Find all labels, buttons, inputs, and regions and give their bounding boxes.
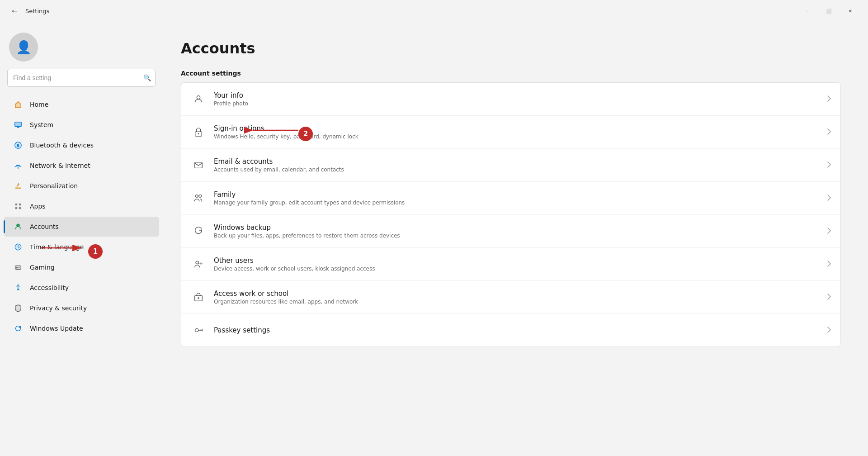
svg-rect-5 xyxy=(15,188,21,189)
window-controls: ─ ⬜ ✕ xyxy=(797,4,861,18)
back-button[interactable]: ← xyxy=(7,4,22,18)
nav-list: HomeSystemBBluetooth & devicesNetwork & … xyxy=(0,94,163,339)
svg-point-24 xyxy=(196,261,198,264)
family-desc: Manage your family group, edit account t… xyxy=(214,200,827,206)
settings-item-other-users[interactable]: Other usersDevice access, work or school… xyxy=(181,248,840,281)
avatar[interactable]: 👤 xyxy=(9,33,38,62)
access-work-school-chevron xyxy=(827,293,831,302)
sidebar-item-accounts[interactable]: Accounts xyxy=(4,217,159,237)
personalization-icon xyxy=(13,180,24,191)
settings-card: Your infoProfile photoSign-in optionsWin… xyxy=(181,82,841,347)
bluetooth-icon: B xyxy=(13,140,24,151)
svg-rect-21 xyxy=(195,162,203,168)
back-icon: ← xyxy=(12,7,17,14)
sidebar-item-accessibility[interactable]: Accessibility xyxy=(4,278,159,298)
svg-text:B: B xyxy=(17,143,19,148)
settings-item-passkey-settings[interactable]: Passkey settings xyxy=(181,314,840,347)
sign-in-options-title: Sign-in options xyxy=(214,124,827,133)
sidebar-item-label-personalization: Personalization xyxy=(30,182,78,190)
svg-rect-0 xyxy=(15,122,21,127)
email-accounts-icon xyxy=(190,157,207,173)
main-layout: 👤 🔍 HomeSystemBBluetooth & devicesNetwor… xyxy=(0,22,868,456)
page-title: Accounts xyxy=(181,40,841,57)
apps-icon xyxy=(13,201,24,212)
sidebar-item-label-accounts: Accounts xyxy=(30,223,59,230)
svg-point-18 xyxy=(197,96,200,99)
time-icon xyxy=(13,242,24,252)
svg-point-17 xyxy=(17,285,19,286)
sidebar-item-privacy[interactable]: Privacy & security xyxy=(4,298,159,318)
sidebar-item-system[interactable]: System xyxy=(4,115,159,135)
sidebar-item-label-time: Time & language xyxy=(30,243,84,251)
gaming-icon xyxy=(13,262,24,273)
access-work-school-desc: Organization resources like email, apps,… xyxy=(214,299,827,305)
svg-point-15 xyxy=(19,267,20,268)
windows-backup-title: Windows backup xyxy=(214,223,827,232)
sidebar-item-label-gaming: Gaming xyxy=(30,264,55,271)
sidebar-item-label-accessibility: Accessibility xyxy=(30,284,69,291)
passkey-settings-icon xyxy=(190,322,207,338)
sidebar-item-label-privacy: Privacy & security xyxy=(30,304,87,312)
settings-item-sign-in-options[interactable]: Sign-in optionsWindows Hello, security k… xyxy=(181,116,840,149)
svg-rect-7 xyxy=(19,204,21,206)
email-accounts-title: Email & accounts xyxy=(214,157,827,166)
minimize-button[interactable]: ─ xyxy=(797,4,817,18)
titlebar: ← Settings ─ ⬜ ✕ xyxy=(0,0,868,22)
access-work-school-title: Access work or school xyxy=(214,290,827,298)
other-users-title: Other users xyxy=(214,256,827,265)
sidebar-item-label-network: Network & internet xyxy=(30,162,90,169)
sidebar-item-label-update: Windows Update xyxy=(30,325,83,332)
system-icon xyxy=(13,119,24,130)
network-icon xyxy=(13,160,24,171)
accessibility-icon xyxy=(13,282,24,293)
access-work-school-icon xyxy=(190,289,207,305)
sidebar-item-bluetooth[interactable]: BBluetooth & devices xyxy=(4,135,159,155)
sidebar-item-home[interactable]: Home xyxy=(4,95,159,114)
sign-in-options-desc: Windows Hello, security key, password, d… xyxy=(214,133,827,140)
sidebar-item-apps[interactable]: Apps xyxy=(4,196,159,216)
update-icon xyxy=(13,323,24,334)
other-users-desc: Device access, work or school users, kio… xyxy=(214,266,827,272)
section-title: Account settings xyxy=(181,70,841,77)
sidebar-item-gaming[interactable]: Gaming xyxy=(4,257,159,277)
svg-rect-1 xyxy=(17,127,19,128)
user-avatar-section: 👤 xyxy=(0,22,163,69)
sidebar-item-update[interactable]: Windows Update xyxy=(4,318,159,338)
sidebar-item-label-bluetooth: Bluetooth & devices xyxy=(30,142,94,149)
search-icon: 🔍 xyxy=(143,74,151,81)
svg-point-20 xyxy=(198,133,199,134)
svg-point-4 xyxy=(18,167,19,169)
search-input[interactable] xyxy=(7,69,156,87)
maximize-button[interactable]: ⬜ xyxy=(818,4,839,18)
main-content: Accounts Account settings Your infoProfi… xyxy=(163,22,868,456)
accounts-icon xyxy=(13,221,24,232)
family-chevron xyxy=(827,194,831,203)
sidebar-item-label-home: Home xyxy=(30,101,48,108)
settings-item-access-work-school[interactable]: Access work or schoolOrganization resour… xyxy=(181,281,840,314)
settings-item-family[interactable]: FamilyManage your family group, edit acc… xyxy=(181,182,840,215)
windows-backup-chevron xyxy=(827,227,831,236)
family-icon xyxy=(190,190,207,206)
sidebar-item-time[interactable]: Time & language xyxy=(4,237,159,257)
home-icon xyxy=(13,99,24,110)
svg-point-22 xyxy=(196,195,198,198)
sidebar-item-personalization[interactable]: Personalization xyxy=(4,176,159,196)
windows-backup-icon xyxy=(190,223,207,239)
search-box[interactable]: 🔍 xyxy=(7,69,156,87)
svg-point-16 xyxy=(18,267,19,268)
passkey-settings-chevron xyxy=(827,326,831,335)
privacy-icon xyxy=(13,303,24,314)
svg-rect-6 xyxy=(15,204,18,206)
sidebar-item-label-system: System xyxy=(30,121,53,128)
settings-item-windows-backup[interactable]: Windows backupBack up your files, apps, … xyxy=(181,215,840,248)
settings-item-email-accounts[interactable]: Email & accountsAccounts used by email, … xyxy=(181,149,840,182)
sign-in-options-chevron xyxy=(827,128,831,137)
sidebar-item-network[interactable]: Network & internet xyxy=(4,156,159,176)
email-accounts-desc: Accounts used by email, calendar, and co… xyxy=(214,166,827,173)
settings-item-your-info[interactable]: Your infoProfile photo xyxy=(181,83,840,116)
passkey-settings-title: Passkey settings xyxy=(214,326,827,334)
other-users-icon xyxy=(190,256,207,272)
your-info-desc: Profile photo xyxy=(214,100,827,107)
email-accounts-chevron xyxy=(827,161,831,170)
close-button[interactable]: ✕ xyxy=(840,4,861,18)
